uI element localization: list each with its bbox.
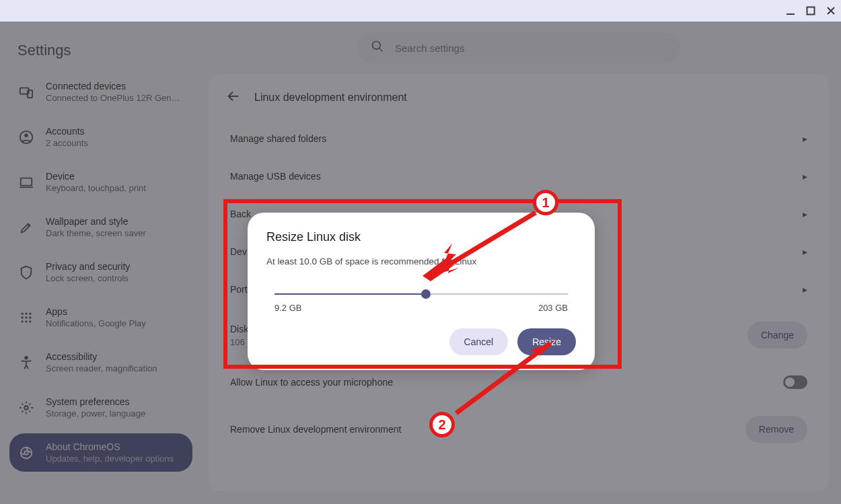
svg-rect-0 <box>787 13 795 15</box>
resize-dialog: Resize Linux disk At least 10.0 GB of sp… <box>248 213 595 370</box>
window-titlebar <box>0 0 841 22</box>
maximize-icon[interactable] <box>806 6 815 15</box>
disk-size-slider[interactable]: 9.2 GB 203 GB <box>266 287 576 318</box>
slider-fill <box>275 293 425 295</box>
svg-rect-1 <box>807 7 815 15</box>
app-root: Settings Connected devices Connected to … <box>0 22 841 504</box>
slider-max-label: 203 GB <box>538 303 568 313</box>
resize-button[interactable]: Resize <box>517 328 576 355</box>
minimize-icon[interactable] <box>786 6 795 15</box>
dialog-description: At least 10.0 GB of space is recommended… <box>266 256 576 266</box>
close-icon[interactable] <box>826 6 836 15</box>
slider-thumb[interactable] <box>421 289 431 299</box>
cancel-button[interactable]: Cancel <box>449 328 509 355</box>
slider-min-label: 9.2 GB <box>275 303 301 313</box>
dialog-title: Resize Linux disk <box>266 230 576 244</box>
